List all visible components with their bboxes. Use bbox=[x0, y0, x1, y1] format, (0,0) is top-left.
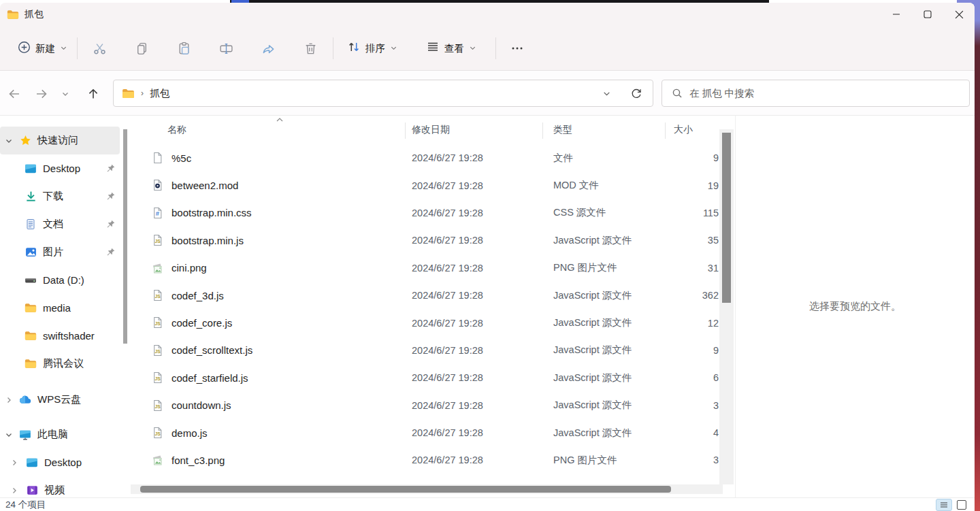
file-row[interactable]: #bootstrap.min.css2024/6/27 19:28CSS 源文件… bbox=[129, 199, 735, 227]
file-file-icon bbox=[152, 152, 164, 164]
search-box bbox=[662, 80, 970, 107]
sidebar-item-label: 图片 bbox=[43, 246, 63, 259]
file-size: 3 bbox=[713, 455, 719, 465]
file-row[interactable]: JScodef_scrolltext.js2024/6/27 19:28Java… bbox=[129, 337, 735, 364]
maximize-button[interactable] bbox=[912, 3, 943, 26]
sidebar-item-腾讯会议[interactable]: 腾讯会议 bbox=[0, 350, 120, 378]
chevron-right-icon[interactable] bbox=[10, 459, 19, 467]
rename-button[interactable] bbox=[212, 35, 240, 61]
file-row[interactable]: JScountdown.js2024/6/27 19:28JavaScript … bbox=[129, 392, 735, 419]
sidebar-item-label: media bbox=[43, 302, 71, 314]
vertical-scrollbar[interactable] bbox=[719, 129, 734, 484]
vertical-scrollbar-thumb[interactable] bbox=[722, 133, 731, 303]
file-name: cini.png bbox=[172, 262, 207, 274]
file-name: font_c3.png bbox=[172, 455, 225, 466]
sidebar-item-swiftshader[interactable]: swiftshader bbox=[0, 322, 120, 350]
toolbar: 新建 排序 查看 bbox=[0, 26, 975, 71]
share-button[interactable] bbox=[255, 35, 282, 61]
toolbar-separator bbox=[333, 37, 333, 59]
paste-button[interactable] bbox=[170, 35, 197, 61]
column-header-name[interactable]: 名称 bbox=[167, 124, 186, 136]
js-file-icon: JS bbox=[152, 289, 164, 301]
chevron-down-icon[interactable] bbox=[4, 137, 14, 145]
new-button[interactable]: 新建 bbox=[11, 37, 74, 60]
svg-text:JS: JS bbox=[154, 404, 161, 409]
file-date-modified: 2024/6/27 19:28 bbox=[412, 455, 483, 465]
file-row[interactable]: JSbootstrap.min.js2024/6/27 19:28JavaScr… bbox=[129, 227, 735, 254]
toolbar-separator bbox=[495, 37, 496, 59]
large-icons-view-toggle[interactable] bbox=[957, 500, 966, 510]
chevron-down-icon[interactable] bbox=[4, 431, 14, 439]
file-type: JavaScript 源文件 bbox=[553, 399, 632, 412]
cut-button[interactable] bbox=[86, 35, 113, 61]
sidebar-item-label: 视频 bbox=[44, 484, 65, 497]
sidebar-item-desktop[interactable]: Desktop bbox=[0, 154, 120, 182]
breadcrumb-folder[interactable]: 抓包 bbox=[150, 87, 169, 100]
file-name: demo.js bbox=[172, 427, 208, 439]
file-type: PNG 图片文件 bbox=[553, 454, 617, 467]
svg-text:JS: JS bbox=[154, 322, 161, 327]
sidebar-scrollbar[interactable] bbox=[123, 129, 127, 344]
refresh-button[interactable] bbox=[627, 84, 646, 103]
sidebar-item-此电脑[interactable]: 此电脑 bbox=[0, 421, 120, 448]
star-icon bbox=[19, 135, 31, 147]
file-row[interactable]: cini.png2024/6/27 19:28PNG 图片文件31 bbox=[129, 254, 735, 282]
file-date-modified: 2024/6/27 19:28 bbox=[412, 427, 483, 438]
svg-text:JS: JS bbox=[154, 294, 161, 299]
chevron-right-icon[interactable] bbox=[10, 487, 19, 495]
copy-button[interactable] bbox=[128, 35, 155, 61]
sort-dropdown[interactable]: 排序 bbox=[342, 37, 403, 60]
desktop-icon bbox=[24, 163, 37, 175]
up-button[interactable] bbox=[83, 84, 103, 104]
file-row[interactable]: %5c2024/6/27 19:28文件9 bbox=[129, 144, 735, 171]
column-separator[interactable] bbox=[542, 122, 543, 139]
delete-button[interactable] bbox=[297, 35, 324, 61]
forward-button[interactable] bbox=[31, 84, 52, 104]
view-dropdown[interactable]: 查看 bbox=[421, 37, 482, 60]
css-file-icon: # bbox=[152, 207, 164, 219]
minimize-button[interactable] bbox=[881, 3, 912, 26]
address-bar-actions bbox=[597, 80, 646, 106]
file-row[interactable]: JScodef_starfield.js2024/6/27 19:28JavaS… bbox=[129, 364, 735, 391]
chevron-down-icon bbox=[390, 42, 397, 54]
address-dropdown-button[interactable] bbox=[597, 84, 616, 103]
column-header-size[interactable]: 大小 bbox=[674, 124, 693, 136]
back-button[interactable] bbox=[4, 84, 24, 104]
column-separator[interactable] bbox=[665, 122, 666, 139]
main-content: 快速访问Desktop下载文档图片Data (D:)mediaswiftshad… bbox=[0, 116, 975, 497]
file-row[interactable]: font_c3.png2024/6/27 19:28PNG 图片文件3 bbox=[129, 446, 735, 474]
horizontal-scrollbar-thumb[interactable] bbox=[140, 486, 671, 493]
sidebar-item-desktop[interactable]: Desktop bbox=[0, 448, 120, 476]
more-options-button[interactable] bbox=[505, 37, 529, 60]
column-separator[interactable] bbox=[405, 122, 406, 139]
file-type: MOD 文件 bbox=[553, 179, 599, 192]
file-date-modified: 2024/6/27 19:28 bbox=[412, 152, 483, 163]
mod-file-icon bbox=[152, 179, 164, 191]
column-header-type[interactable]: 类型 bbox=[553, 124, 572, 136]
file-row[interactable]: JScodef_core.js2024/6/27 19:28JavaScript… bbox=[129, 309, 735, 336]
file-row[interactable]: JScodef_3d.js2024/6/27 19:28JavaScript 源… bbox=[129, 282, 735, 309]
file-size: 19 bbox=[708, 180, 719, 191]
sidebar-item-文档[interactable]: 文档 bbox=[0, 210, 120, 238]
sidebar-item-data-(d:)[interactable]: Data (D:) bbox=[0, 266, 120, 294]
file-row[interactable]: between2.mod2024/6/27 19:28MOD 文件19 bbox=[129, 171, 735, 199]
column-header-date[interactable]: 修改日期 bbox=[412, 124, 450, 136]
background-right-strip bbox=[974, 0, 980, 511]
sidebar-item-图片[interactable]: 图片 bbox=[0, 238, 120, 266]
sidebar-item-快速访问[interactable]: 快速访问 bbox=[0, 127, 120, 154]
search-input[interactable] bbox=[689, 88, 969, 99]
details-view-toggle[interactable] bbox=[936, 499, 952, 511]
sidebar-item-wps云盘[interactable]: WPS云盘 bbox=[0, 386, 120, 414]
sidebar-item-media[interactable]: media bbox=[0, 294, 120, 322]
file-size: 12 bbox=[708, 318, 719, 329]
history-chevron-button[interactable] bbox=[57, 84, 74, 104]
sidebar-item-下载[interactable]: 下载 bbox=[0, 182, 120, 210]
close-button[interactable] bbox=[943, 3, 975, 26]
address-bar[interactable]: › 抓包 bbox=[113, 80, 653, 107]
file-row[interactable]: JSdemo.js2024/6/27 19:28JavaScript 源文件4 bbox=[129, 419, 735, 446]
horizontal-scrollbar[interactable] bbox=[131, 484, 723, 494]
folder-icon bbox=[24, 302, 37, 314]
window-controls bbox=[881, 3, 975, 26]
chevron-right-icon[interactable] bbox=[4, 396, 14, 404]
sidebar-item-视频[interactable]: 视频 bbox=[0, 476, 120, 497]
